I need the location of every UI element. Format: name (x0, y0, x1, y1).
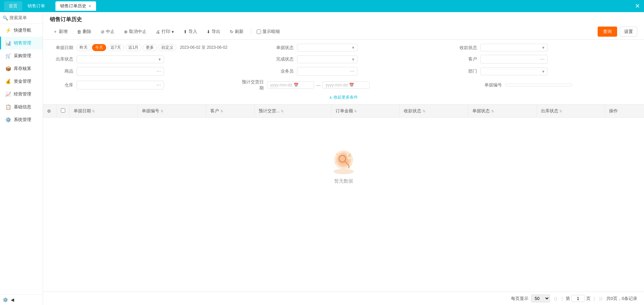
calendar-to-icon[interactable]: 📅 (349, 83, 354, 87)
import-button[interactable]: ⬆ 导入 (180, 27, 201, 36)
sidebar-item-inventory[interactable]: 📦 库存核算 (0, 62, 43, 75)
th-order-status[interactable]: 单据状态 ⇅ (468, 105, 536, 118)
sidebar-item-quick-nav[interactable]: ⚡ 快捷导航 (0, 24, 43, 37)
sidebar-item-finance[interactable]: 💰 资金管理 (0, 75, 43, 88)
sidebar-item-purchase[interactable]: 🛒 采购管理 (0, 49, 43, 62)
date-custom[interactable]: 自定义 (158, 44, 176, 51)
customer-input[interactable]: ··· (480, 55, 548, 64)
warehouse-dots-icon[interactable]: ··· (157, 82, 161, 88)
complete-status-chevron-icon: ▾ (352, 57, 354, 62)
tab-sales-order[interactable]: 销售订单 ✕ (23, 1, 55, 11)
filter-dept-col: 部门 ▾ (454, 68, 637, 75)
sidebar-item-basic-info[interactable]: 📋 基础信息 (0, 101, 43, 113)
goods-dots-icon[interactable]: ··· (157, 68, 161, 74)
delete-button[interactable]: 🗑 删除 (74, 27, 95, 36)
page-size-select[interactable]: 50 10 20 100 (531, 295, 550, 302)
expected-date-from[interactable]: yyyy-mm-dd 📅 (267, 81, 314, 89)
date-today[interactable]: 今天 (92, 44, 106, 51)
sidebar-item-system[interactable]: ⚙️ 系统管理 (0, 113, 43, 126)
sort-amount-icon: ⇅ (354, 109, 357, 113)
stop-button[interactable]: ⊘ 中止 (97, 27, 118, 36)
th-settings[interactable]: ⚙ (43, 105, 56, 118)
tab-home[interactable]: 首页 (4, 1, 22, 11)
print-button[interactable]: 🖨 打印 ▾ (153, 27, 177, 36)
pay-status-select[interactable]: ▾ (480, 44, 548, 51)
sort-date-icon: ⇅ (92, 109, 95, 113)
goods-input[interactable]: ··· (77, 67, 164, 76)
complete-status-select[interactable]: ▾ (297, 55, 357, 63)
date-yesterday[interactable]: 昨天 (77, 44, 91, 51)
display-cols-toggle[interactable]: 显示暗细 (257, 29, 280, 35)
settings-gear-icon[interactable]: ⚙ (47, 109, 51, 114)
add-button[interactable]: ＋ 新增 (50, 27, 71, 36)
warehouse-input[interactable]: ··· (77, 81, 164, 89)
filter-complete-col: 完成状态 ▾ (270, 55, 454, 63)
date-more[interactable]: 更多 (143, 44, 157, 51)
sidebar-settings-icon[interactable]: ⚙️ (3, 297, 8, 302)
date-7days[interactable]: 近7天 (108, 44, 124, 51)
filter-customer-col: 客户 ··· (454, 55, 637, 64)
cancel-stop-button[interactable]: ⊗ 取消中止 (121, 27, 150, 36)
th-delivery-status[interactable]: 出库状态 ⇅ (536, 105, 605, 118)
last-page-button[interactable]: ⟩⟩ (598, 295, 604, 302)
expected-date-label: 预计交货日期 (240, 79, 267, 91)
collapse-button[interactable]: ∧ 收起更多条件 (50, 94, 637, 100)
th-expected[interactable]: 预计交货... ⇅ (254, 105, 331, 118)
customer-dots-icon[interactable]: ··· (540, 56, 545, 62)
order-status-select[interactable]: ▾ (297, 44, 357, 51)
system-icon: ⚙️ (5, 117, 11, 123)
delivery-status-select[interactable]: ▾ (77, 55, 164, 63)
pay-status-chevron-icon: ▾ (542, 45, 545, 50)
display-cols-checkbox[interactable] (257, 30, 261, 34)
empty-illustration (327, 145, 360, 178)
settings-button[interactable]: 设置 (620, 27, 637, 37)
expected-date-to[interactable]: yyyy-mm-dd 📅 (323, 81, 370, 89)
salesperson-input[interactable]: ··· (297, 67, 357, 76)
th-order-no[interactable]: 单据编号 ⇅ (138, 105, 206, 118)
window-close-icon[interactable]: ✕ (635, 2, 640, 10)
collapse-up-icon: ∧ (329, 95, 332, 100)
print-dropdown-icon: ▾ (172, 29, 174, 34)
filter-collapse-row: ∧ 收起更多条件 (50, 94, 637, 100)
order-status-label: 单据状态 (270, 45, 297, 51)
empty-text: 暂无数据 (334, 178, 353, 184)
th-date[interactable]: 单据日期 ⇅ (69, 105, 138, 118)
th-amount[interactable]: 订单金额 ⇅ (331, 105, 400, 118)
table-footer: 每页显示 50 10 20 100 ⟨⟨ ⟨ 第 页 ⟩ ⟩⟩ 共0页，0条记录 (43, 292, 644, 305)
warehouse-label: 仓库 (50, 82, 77, 88)
dept-select[interactable]: ▾ (480, 68, 548, 75)
filter-date-col: 单据日期 昨天 今天 近7天 近1月 更多 自定义 2023-06-02 至 2… (50, 44, 270, 51)
date-separator: — (316, 83, 320, 88)
import-icon: ⬆ (183, 29, 187, 34)
sidebar-item-sales[interactable]: 📊 销售管理 (0, 37, 43, 49)
refresh-button[interactable]: ↻ 刷新 (226, 27, 247, 36)
sidebar-collapse-icon[interactable]: ◀ (11, 297, 14, 302)
dept-chevron-icon: ▾ (542, 69, 545, 74)
quick-nav-icon: ⚡ (5, 27, 11, 33)
calendar-from-icon[interactable]: 📅 (294, 83, 299, 87)
next-page-button[interactable]: ⟩ (592, 295, 596, 302)
svg-point-11 (350, 164, 351, 165)
prev-page-button[interactable]: ⟨ (560, 295, 564, 302)
export-button[interactable]: ⬇ 导出 (203, 27, 224, 36)
date-1month[interactable]: 近1月 (125, 44, 142, 51)
filter-pay-status-col: 收款状态 ▾ (454, 44, 637, 51)
sidebar-item-business[interactable]: 📈 经营管理 (0, 88, 43, 101)
first-page-button[interactable]: ⟨⟨ (553, 295, 559, 302)
sort-order-status-icon: ⇅ (491, 109, 494, 113)
close-sales-order-tab-icon[interactable]: ✕ (47, 4, 50, 8)
salesperson-dots-icon[interactable]: ··· (350, 68, 354, 74)
page-input[interactable] (571, 295, 585, 302)
export-icon: ⬇ (207, 29, 210, 34)
date-range: 2023-06-02 至 2023-06-02 (180, 45, 227, 50)
search-menu[interactable]: 🔍 搜索菜单 (0, 12, 43, 24)
th-customer[interactable]: 客户 ⇅ (206, 105, 254, 118)
order-no-input[interactable] (505, 84, 572, 86)
th-checkbox[interactable] (56, 105, 69, 118)
query-button[interactable]: 查询 (598, 27, 617, 37)
select-all-checkbox[interactable] (61, 108, 65, 113)
data-table: ⚙ 单据日期 ⇅ 单据编号 ⇅ (43, 105, 644, 211)
tab-sales-order-history[interactable]: 销售订单历史 ✕ (55, 1, 96, 11)
th-pay-status[interactable]: 收款状态 ⇅ (400, 105, 468, 118)
close-history-tab-icon[interactable]: ✕ (88, 4, 91, 8)
